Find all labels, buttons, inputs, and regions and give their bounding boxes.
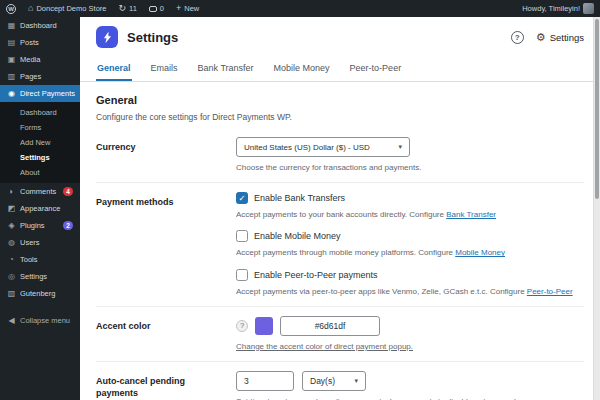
tools-icon: ◔ xyxy=(7,255,16,264)
sidebar-item-users[interactable]: ◍ Users xyxy=(0,234,80,251)
bank-transfer-link[interactable]: Bank Transfer xyxy=(446,210,496,219)
bank-transfers-option: ✓ Enable Bank Transfers Accept payments … xyxy=(236,192,584,220)
appearance-icon: ◩ xyxy=(7,204,16,213)
sidebar-item-label: Settings xyxy=(20,272,47,281)
payment-methods-row: Payment methods ✓ Enable Bank Transfers … xyxy=(96,182,584,306)
sidebar-item-label: Comments xyxy=(20,187,56,196)
currency-select[interactable]: United States (US) Dollar ($) - USD ▾ xyxy=(236,137,410,157)
tab-bank-transfer[interactable]: Bank Transfer xyxy=(197,57,255,81)
accent-color-help: Change the accent color of direct paymen… xyxy=(236,341,584,352)
sidebar-item-gutenberg[interactable]: ▧ Gutenberg xyxy=(0,285,80,302)
submenu-item-forms[interactable]: Forms xyxy=(0,120,80,135)
submenu-item-add-new[interactable]: Add New xyxy=(0,135,80,150)
pages-icon: ▥ xyxy=(7,72,16,81)
admin-comments-menu[interactable]: 0 xyxy=(143,0,170,17)
header-settings-label: Settings xyxy=(550,32,584,43)
new-label: New xyxy=(184,4,199,13)
section-heading: General xyxy=(96,94,584,106)
submenu-item-settings[interactable]: Settings xyxy=(0,150,80,165)
peer-to-peer-checkbox[interactable] xyxy=(236,269,248,281)
bank-transfers-help: Accept payments to your bank accounts di… xyxy=(236,209,584,220)
wordpress-menu[interactable]: W xyxy=(0,0,22,17)
users-icon: ◍ xyxy=(7,238,16,247)
accent-color-label: Accent color xyxy=(96,316,236,352)
sidebar-item-direct-payments[interactable]: ◉ Direct Payments xyxy=(0,85,80,102)
peer-to-peer-option: Enable Peer-to-Peer payments Accept paym… xyxy=(236,269,584,297)
mobile-money-help-text: Accept payments through mobile money pla… xyxy=(236,248,455,257)
site-menu[interactable]: ⌂ Doncept Demo Store xyxy=(22,0,112,17)
peer-to-peer-help: Accept payments via peer-to-peer apps li… xyxy=(236,286,584,297)
submenu-item-dashboard[interactable]: Dashboard xyxy=(0,105,80,120)
accent-help-icon[interactable]: ? xyxy=(236,320,248,332)
collapse-menu-button[interactable]: ◀ Collapse menu xyxy=(0,312,80,329)
comment-bubble-icon xyxy=(149,6,157,12)
header-settings-button[interactable]: ⚙ Settings xyxy=(536,32,584,43)
main-content: Settings ? ⚙ Settings General Emails Ban… xyxy=(80,17,600,400)
auto-cancel-help: Set time to auto-cancel pending payments… xyxy=(236,396,584,400)
currency-label: Currency xyxy=(96,137,236,173)
sidebar-item-label: Dashboard xyxy=(20,21,57,30)
admin-comments-count: 0 xyxy=(160,4,164,13)
tab-general[interactable]: General xyxy=(96,57,132,81)
auto-cancel-value-input[interactable] xyxy=(236,371,294,391)
sidebar-item-label: Appearance xyxy=(20,204,60,213)
sidebar-item-label: Plugins xyxy=(20,221,45,230)
auto-cancel-row: Auto-cancel pending payments Day(s) ▾ Se… xyxy=(96,361,584,400)
header-actions: ? ⚙ Settings xyxy=(511,31,584,44)
payments-icon: ◉ xyxy=(7,89,16,98)
direct-payments-submenu: Dashboard Forms Add New Settings About xyxy=(0,102,80,183)
mobile-money-link[interactable]: Mobile Money xyxy=(455,248,505,257)
gear-icon: ⚙ xyxy=(536,32,546,43)
help-icon[interactable]: ? xyxy=(511,31,524,44)
gutenberg-icon: ▧ xyxy=(7,289,16,298)
settings-icon: ◎ xyxy=(7,272,16,281)
account-menu[interactable]: Howdy, Timileyin! xyxy=(516,3,600,14)
page-title: Settings xyxy=(127,30,178,45)
mobile-money-checkbox[interactable] xyxy=(236,230,248,242)
sidebar-item-pages[interactable]: ▥ Pages xyxy=(0,68,80,85)
sidebar-item-plugins[interactable]: ◈ Plugins 2 xyxy=(0,217,80,234)
accent-color-input[interactable] xyxy=(280,316,380,336)
peer-to-peer-link[interactable]: Peer-to-Peer xyxy=(527,287,573,296)
sidebar-item-label: Posts xyxy=(20,38,39,47)
peer-to-peer-checkbox-label: Enable Peer-to-Peer payments xyxy=(254,270,378,280)
bank-transfers-checkbox[interactable]: ✓ xyxy=(236,192,248,204)
scrollbar[interactable] xyxy=(593,17,600,400)
collapse-menu-label: Collapse menu xyxy=(20,316,70,325)
sidebar-item-comments[interactable]: ◗ Comments 4 xyxy=(0,183,80,200)
tab-emails[interactable]: Emails xyxy=(150,57,179,81)
bank-transfers-checkbox-label: Enable Bank Transfers xyxy=(254,193,345,203)
tab-mobile-money[interactable]: Mobile Money xyxy=(273,57,331,81)
auto-cancel-unit-select[interactable]: Day(s) ▾ xyxy=(302,371,366,391)
posts-icon: ▤ xyxy=(7,38,16,47)
check-icon: ✓ xyxy=(238,194,245,203)
scrollbar-thumb[interactable] xyxy=(595,19,599,199)
comments-icon: ◗ xyxy=(7,187,16,196)
accent-color-row: Accent color ? Change the accent color o… xyxy=(96,306,584,361)
color-swatch[interactable] xyxy=(255,317,273,335)
comments-badge: 4 xyxy=(63,187,73,196)
plus-icon: + xyxy=(176,4,181,13)
sidebar-item-label: Users xyxy=(20,238,40,247)
collapse-icon: ◀ xyxy=(7,316,16,325)
new-content-menu[interactable]: + New xyxy=(170,0,205,17)
sidebar-item-dashboard[interactable]: ▦ Dashboard xyxy=(0,17,80,34)
tab-peer-to-peer[interactable]: Peer-to-Peer xyxy=(349,57,403,81)
updates-icon: ↻ xyxy=(118,4,126,13)
mobile-money-help: Accept payments through mobile money pla… xyxy=(236,247,584,258)
sidebar-item-appearance[interactable]: ◩ Appearance xyxy=(0,200,80,217)
mobile-money-checkbox-label: Enable Mobile Money xyxy=(254,231,341,241)
sidebar-item-posts[interactable]: ▤ Posts xyxy=(0,34,80,51)
mobile-money-option: Enable Mobile Money Accept payments thro… xyxy=(236,230,584,258)
submenu-item-about[interactable]: About xyxy=(0,165,80,180)
sidebar-item-label: Direct Payments xyxy=(20,89,75,98)
sidebar-item-tools[interactable]: ◔ Tools xyxy=(0,251,80,268)
sidebar-item-media[interactable]: ▣ Media xyxy=(0,51,80,68)
plugins-icon: ◈ xyxy=(7,221,16,230)
payment-methods-label: Payment methods xyxy=(96,192,236,297)
sidebar-item-settings[interactable]: ◎ Settings xyxy=(0,268,80,285)
settings-form: General Configure the core settings for … xyxy=(80,82,600,400)
updates-menu[interactable]: ↻ 11 xyxy=(112,0,142,17)
admin-sidebar: ▦ Dashboard ▤ Posts ▣ Media ▥ Pages ◉ Di… xyxy=(0,17,80,400)
home-icon: ⌂ xyxy=(28,4,33,13)
